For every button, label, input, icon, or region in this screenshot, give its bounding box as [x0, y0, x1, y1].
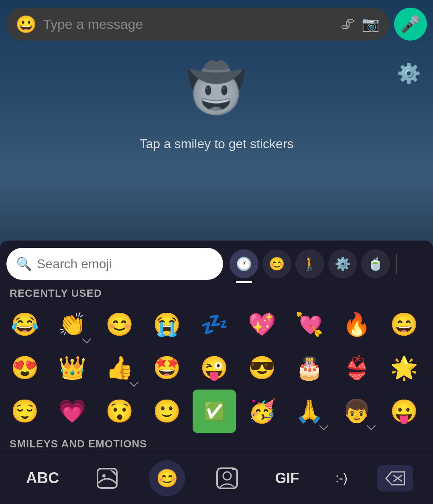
emoji-cell[interactable]: 🥳	[240, 390, 284, 433]
memoji-icon	[215, 466, 239, 490]
emoji-cell[interactable]: 😭	[145, 303, 189, 346]
search-tabs-row: 🔍 🕐 😊 🚶 ⚙️ 🍵	[0, 241, 433, 280]
section-label-smileys: SMILEYS AND EMOTIONS	[0, 433, 433, 452]
camera-icon[interactable]: 📷	[362, 16, 380, 33]
section-label-recent: RECENTLY USED	[0, 280, 433, 303]
emoji-cell[interactable]: 💘	[288, 303, 331, 346]
emoji-cell[interactable]: 😯	[98, 390, 141, 433]
cat-tab-recent[interactable]: 🕐	[230, 249, 258, 278]
mic-button[interactable]: 🎤	[394, 8, 427, 41]
emoji-cell[interactable]: 😛	[382, 390, 426, 433]
sticker-image: 🤠	[176, 48, 256, 129]
emoji-cell[interactable]: 🙂	[145, 390, 189, 433]
kb-emoji-button[interactable]: 😊	[149, 460, 185, 496]
emoji-cell[interactable]: 🎂	[288, 346, 331, 390]
kb-emoticon-button[interactable]: :-)	[329, 467, 354, 490]
emoji-cell[interactable]: 😊	[98, 303, 141, 346]
keyboard-bar: ABC 😊 GIF :-)	[0, 452, 433, 504]
search-box[interactable]: 🔍	[6, 248, 223, 280]
svg-point-1	[102, 474, 106, 477]
emoji-cell[interactable]: 😎	[240, 346, 284, 390]
emoji-grid-recent: 😂 👏 😊 😭 💤 💖 💘 🔥 😄 😍 👑 👍 🤩 😜 😎 🎂 👙 🌟 😌 💗 …	[0, 303, 433, 433]
emoji-panel: 🔍 🕐 😊 🚶 ⚙️ 🍵 RECENTLY USED 😂 👏 😊 😭 💤 💖 💘…	[0, 241, 433, 504]
emoji-cell[interactable]: 😌	[3, 390, 47, 433]
cat-divider	[396, 254, 397, 274]
cat-tab-food[interactable]: 🍵	[361, 249, 390, 278]
emoji-cell[interactable]: 👙	[335, 346, 378, 390]
emoji-cell[interactable]: 💖	[240, 303, 284, 346]
mic-icon: 🎤	[400, 15, 421, 34]
emoji-cell[interactable]: 🌟	[382, 346, 426, 390]
message-input-container[interactable]: 😀 Type a message 🖇 📷	[6, 8, 389, 41]
cat-tab-objects[interactable]: ⚙️	[328, 249, 357, 278]
kb-gif-button[interactable]: GIF	[269, 466, 306, 491]
emoji-cell[interactable]: 💗	[51, 390, 94, 433]
kb-sticker-button[interactable]	[89, 462, 126, 494]
kb-memoji-button[interactable]	[209, 462, 246, 494]
search-icon: 🔍	[16, 256, 32, 271]
kb-abc-button[interactable]: ABC	[20, 465, 65, 491]
emoji-cell[interactable]: 🔥	[335, 303, 378, 346]
message-placeholder: Type a message	[43, 16, 334, 32]
emoji-cell[interactable]: 👑	[51, 346, 94, 390]
kb-delete-button[interactable]	[377, 465, 413, 492]
sticker-hint-text: Tap a smiley to get stickers	[139, 137, 293, 151]
cat-tab-smileys[interactable]: 😊	[262, 249, 291, 278]
sticker-area: 🤠 Tap a smiley to get stickers	[139, 48, 293, 151]
emoji-cell[interactable]: 🙏	[288, 390, 331, 433]
emoji-cell[interactable]: 😍	[3, 346, 47, 390]
delete-icon	[384, 470, 406, 486]
svg-point-3	[223, 472, 231, 480]
emoji-cell[interactable]: 😜	[193, 346, 236, 390]
sticker-icon	[95, 466, 119, 490]
attachment-icon[interactable]: 🖇	[341, 16, 355, 33]
emoji-cell[interactable]: 👦	[335, 390, 378, 433]
emoji-cell[interactable]: 👍	[98, 346, 141, 390]
emoji-cell[interactable]: 😂	[3, 303, 47, 346]
emoji-cell[interactable]: 🤩	[145, 346, 189, 390]
cat-tab-people[interactable]: 🚶	[295, 249, 324, 278]
settings-icon[interactable]: ⚙️	[397, 62, 421, 85]
emoji-cell[interactable]: ✅	[193, 390, 236, 433]
emoji-toggle-icon[interactable]: 😀	[16, 14, 37, 34]
category-tabs: 🕐 😊 🚶 ⚙️ 🍵	[230, 249, 427, 278]
message-bar: 😀 Type a message 🖇 📷 🎤	[6, 4, 427, 44]
emoji-cell[interactable]: 😄	[382, 303, 426, 346]
emoji-cell[interactable]: 👏	[51, 303, 94, 346]
emoji-cell[interactable]: 💤	[193, 303, 236, 346]
search-input[interactable]	[37, 257, 213, 271]
